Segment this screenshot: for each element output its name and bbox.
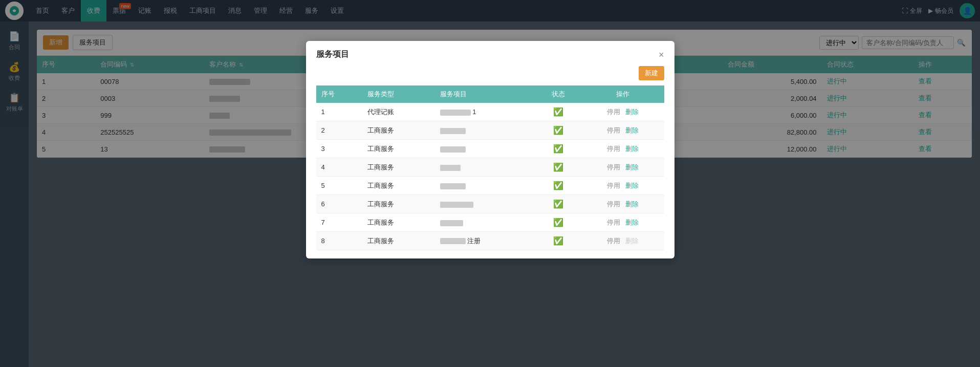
modal-cell-seq: 4 — [316, 158, 363, 177]
modal-cell-item — [435, 195, 535, 213]
status-check-icon: ✅ — [553, 126, 563, 135]
modal-toolbar: 新建 — [306, 66, 674, 85]
stop-button[interactable]: 停用 — [607, 237, 620, 245]
stop-button[interactable]: 停用 — [607, 145, 620, 153]
modal-cell-action: 停用 删除 — [581, 140, 664, 158]
delete-button[interactable]: 删除 — [625, 126, 639, 134]
list-item: 4 工商服务 ✅ 停用 删除 — [316, 158, 664, 177]
status-check-icon: ✅ — [553, 181, 563, 190]
status-check-icon: ✅ — [553, 163, 563, 171]
modal-cell-status: ✅ — [535, 121, 582, 140]
modal-cell-type: 代理记账 — [362, 103, 435, 121]
delete-button[interactable]: 删除 — [625, 200, 639, 208]
list-item: 5 工商服务 ✅ 停用 删除 — [316, 177, 664, 195]
delete-button[interactable]: 删除 — [625, 219, 639, 226]
status-check-icon: ✅ — [553, 144, 563, 153]
modal-cell-status: ✅ — [535, 103, 582, 121]
list-item: 6 工商服务 ✅ 停用 删除 — [316, 195, 664, 213]
list-item: 3 工商服务 ✅ 停用 删除 — [316, 140, 664, 158]
modal-cell-action: 停用 删除 — [581, 232, 664, 250]
modal-cell-item — [435, 121, 535, 140]
status-check-icon: ✅ — [553, 236, 563, 245]
modal-cell-seq: 6 — [316, 195, 363, 213]
stop-button[interactable]: 停用 — [607, 163, 620, 171]
modal-col-status: 状态 — [535, 85, 582, 103]
modal-cell-status: ✅ — [535, 232, 582, 250]
delete-button[interactable]: 删除 — [625, 108, 639, 116]
modal-close-button[interactable]: × — [659, 50, 664, 59]
delete-button[interactable]: 删除 — [625, 163, 639, 171]
stop-button[interactable]: 停用 — [607, 219, 620, 226]
modal-title: 服务项目 — [316, 49, 349, 60]
modal-overlay[interactable]: 服务项目 × 新建 序号 服务类型 服务项目 状态 操作 1 代理记账 — [0, 0, 980, 367]
stop-button[interactable]: 停用 — [607, 108, 620, 116]
list-item: 7 工商服务 ✅ 停用 删除 — [316, 213, 664, 232]
modal-col-type: 服务类型 — [362, 85, 435, 103]
modal-cell-seq: 2 — [316, 121, 363, 140]
modal-col-action: 操作 — [581, 85, 664, 103]
modal-cell-type: 工商服务 — [362, 140, 435, 158]
modal-cell-item — [435, 158, 535, 177]
modal-cell-action: 停用 删除 — [581, 213, 664, 232]
modal-cell-status: ✅ — [535, 158, 582, 177]
delete-button: 删除 — [625, 237, 639, 245]
modal-cell-seq: 1 — [316, 103, 363, 121]
modal-new-button[interactable]: 新建 — [639, 66, 664, 80]
status-check-icon: ✅ — [553, 200, 563, 208]
modal-cell-action: 停用 删除 — [581, 195, 664, 213]
delete-button[interactable]: 删除 — [625, 145, 639, 153]
modal-cell-type: 工商服务 — [362, 158, 435, 177]
modal-cell-type: 工商服务 — [362, 195, 435, 213]
modal-cell-type: 工商服务 — [362, 177, 435, 195]
modal-col-item: 服务项目 — [435, 85, 535, 103]
modal-cell-seq: 8 — [316, 232, 363, 250]
modal-cell-seq: 3 — [316, 140, 363, 158]
modal-cell-status: ✅ — [535, 213, 582, 232]
service-table: 序号 服务类型 服务项目 状态 操作 1 代理记账 1 ✅ 停用 删除 2 工商… — [316, 85, 664, 250]
stop-button[interactable]: 停用 — [607, 200, 620, 208]
modal-cell-action: 停用 删除 — [581, 158, 664, 177]
delete-button[interactable]: 删除 — [625, 182, 639, 189]
modal-cell-seq: 7 — [316, 213, 363, 232]
modal-cell-action: 停用 删除 — [581, 103, 664, 121]
modal-cell-item: 注册 — [435, 232, 535, 250]
modal-cell-type: 工商服务 — [362, 232, 435, 250]
list-item: 8 工商服务 注册 ✅ 停用 删除 — [316, 232, 664, 250]
modal-cell-action: 停用 删除 — [581, 121, 664, 140]
list-item: 2 工商服务 ✅ 停用 删除 — [316, 121, 664, 140]
status-check-icon: ✅ — [553, 218, 563, 227]
modal-cell-status: ✅ — [535, 195, 582, 213]
list-item: 1 代理记账 1 ✅ 停用 删除 — [316, 103, 664, 121]
modal-cell-status: ✅ — [535, 140, 582, 158]
stop-button[interactable]: 停用 — [607, 182, 620, 189]
modal-body: 序号 服务类型 服务项目 状态 操作 1 代理记账 1 ✅ 停用 删除 2 工商… — [306, 85, 674, 258]
modal-cell-type: 工商服务 — [362, 213, 435, 232]
modal-cell-status: ✅ — [535, 177, 582, 195]
modal-col-seq: 序号 — [316, 85, 363, 103]
stop-button[interactable]: 停用 — [607, 126, 620, 134]
modal-header: 服务项目 × — [306, 41, 674, 66]
modal-cell-item — [435, 140, 535, 158]
modal-cell-seq: 5 — [316, 177, 363, 195]
status-check-icon: ✅ — [553, 107, 563, 116]
modal-cell-action: 停用 删除 — [581, 177, 664, 195]
modal-cell-item: 1 — [435, 103, 535, 121]
service-modal: 服务项目 × 新建 序号 服务类型 服务项目 状态 操作 1 代理记账 — [306, 41, 674, 258]
modal-cell-type: 工商服务 — [362, 121, 435, 140]
modal-cell-item — [435, 177, 535, 195]
modal-cell-item — [435, 213, 535, 232]
